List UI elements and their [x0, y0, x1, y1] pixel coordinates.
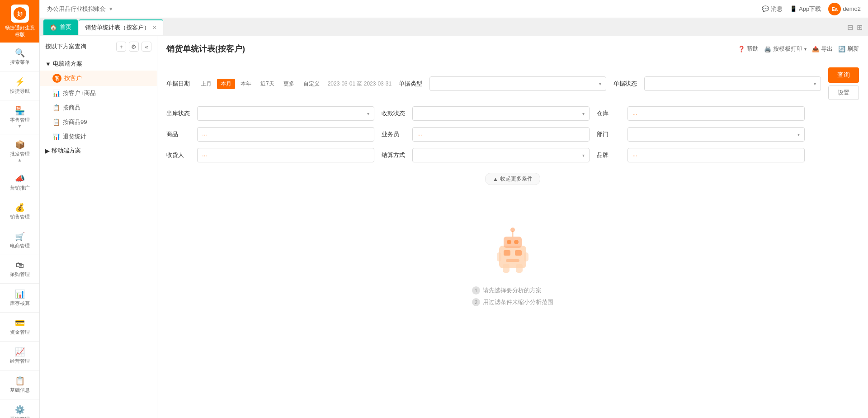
business-icon: 📈 — [15, 347, 25, 357]
mobile-label: 移动端方案 — [52, 147, 81, 155]
settings-button[interactable]: 设置 — [828, 86, 859, 100]
user-area[interactable]: Ea demo2 — [828, 3, 861, 15]
salesperson-input[interactable]: ··· — [412, 127, 590, 142]
settlement-input[interactable]: ▾ — [412, 148, 590, 162]
nav-search[interactable]: 🔍 搜索菜单 — [0, 43, 39, 71]
sidebar: 好 畅捷通好生意 标版 🔍 搜索菜单 ⚡ 快捷导航 🏪 零售管理 ▼ 📦 批发管… — [0, 0, 40, 418]
collapse-panel-btn[interactable]: « — [142, 42, 151, 52]
nav-wholesale[interactable]: 📦 批发管理 ▲ — [0, 134, 39, 168]
svg-text:好: 好 — [17, 11, 23, 17]
department-input[interactable]: ▾ — [627, 127, 805, 142]
nav-quicknav[interactable]: ⚡ 快捷导航 — [0, 71, 39, 100]
tree-parent-mobile[interactable]: ▶ 移动端方案 — [40, 144, 157, 157]
marketing-icon: 📣 — [15, 174, 25, 184]
print-label: 按模板打印 — [773, 45, 802, 53]
nav-purchase-label: 采购管理 — [10, 271, 30, 278]
tab-close-icon[interactable]: ✕ — [152, 24, 157, 31]
right-panel: 销货单统计表(按客户) ❓ 帮助 🖨️ 按模板打印 ▾ 📤 — [157, 36, 868, 418]
date-opt-more[interactable]: 更多 — [280, 79, 298, 89]
svg-rect-5 — [506, 259, 519, 262]
logo-subtitle: 标版 — [15, 31, 25, 38]
nav-business[interactable]: 📈 经营管理 — [0, 342, 39, 370]
nav-marketing[interactable]: 📣 营销推广 — [0, 168, 39, 197]
nav-ecommerce[interactable]: 🛒 电商管理 — [0, 226, 39, 255]
collapse-bar: ▲ 收起更多条件 — [166, 169, 859, 189]
export-icon: 📤 — [812, 46, 819, 52]
content-area: 按以下方案查询 + ⚙ « ▼ 电脑端方案 客 按客户 — [40, 36, 868, 418]
tree-child-by-customer[interactable]: 客 按客户 — [40, 71, 157, 86]
tab-sales-stat[interactable]: 销货单统计表（按客户） ✕ — [79, 19, 163, 35]
refresh-btn[interactable]: 🔄 刷新 — [838, 45, 859, 53]
inventory-icon: 📊 — [15, 289, 25, 299]
tree-parent-pc[interactable]: ▼ 电脑端方案 — [40, 57, 157, 71]
sales-icon: 💰 — [15, 203, 25, 213]
help-btn[interactable]: ❓ 帮助 — [738, 45, 759, 53]
print-btn[interactable]: 🖨️ 按模板打印 ▾ — [764, 45, 807, 53]
doc-type-input[interactable]: ▾ — [429, 76, 606, 91]
date-opt-this-year[interactable]: 本年 — [237, 79, 255, 89]
tree-child-return-stat[interactable]: 📊 退货统计 — [40, 129, 157, 144]
recipient-dots: ··· — [202, 152, 207, 159]
goods-filter: 商品 ··· — [166, 127, 374, 142]
tree-child-by-customer-goods[interactable]: 📊 按客户+商品 — [40, 86, 157, 100]
by-goods-icon: 📋 — [52, 104, 60, 111]
empty-tips: 1 请先选择要分析的方案 2 用过滤条件来缩小分析范围 — [472, 286, 553, 310]
collapse-label: 收起更多条件 — [500, 175, 533, 183]
payment-status-arrow: ▾ — [582, 111, 585, 116]
salesperson-label: 业务员 — [382, 130, 409, 138]
tab-home[interactable]: 🏠 首页 — [43, 19, 78, 35]
nav-inventory[interactable]: 📊 库存核算 — [0, 284, 39, 313]
add-scheme-btn[interactable]: + — [116, 42, 126, 52]
nav-sales[interactable]: 💰 销售管理 — [0, 197, 39, 226]
collapse-conditions-btn[interactable]: ▲ 收起更多条件 — [485, 173, 540, 185]
tab-maximize-icon[interactable]: ⊞ — [857, 23, 863, 32]
page-header: 销货单统计表(按客户) ❓ 帮助 🖨️ 按模板打印 ▾ 📤 — [157, 36, 868, 60]
query-button[interactable]: 查询 — [828, 67, 859, 83]
nav-retail[interactable]: 🏪 零售管理 ▼ — [0, 100, 39, 134]
recipient-input[interactable]: ··· — [197, 148, 374, 162]
settlement-arrow: ▾ — [582, 153, 585, 158]
recipient-filter: 收货人 ··· — [166, 148, 374, 162]
message-btn[interactable]: 💬 消息 — [762, 5, 783, 13]
topbar: 办公用品行业模拟账套 ▾ 💬 消息 📱 App下载 Ea demo2 — [40, 0, 868, 18]
page-title: 销货单统计表(按客户) — [166, 43, 245, 54]
goods-input[interactable]: ··· — [197, 127, 374, 142]
tree-child-by-goods-99[interactable]: 📋 按商品99 — [40, 115, 157, 129]
settings-scheme-btn[interactable]: ⚙ — [129, 42, 139, 52]
left-panel-title: 按以下方案查询 — [45, 43, 86, 51]
tabbar: 🏠 首页 销货单统计表（按客户） ✕ ⊟ ⊞ — [40, 18, 868, 36]
date-opt-this-month[interactable]: 本月 — [217, 79, 235, 89]
export-btn[interactable]: 📤 导出 — [812, 45, 833, 53]
by-customer-icon: 客 — [52, 74, 61, 83]
tab-sales-stat-label: 销货单统计表（按客户） — [85, 24, 150, 32]
warehouse-input[interactable]: ··· — [627, 106, 805, 121]
nav-base[interactable]: 📋 基础信息 — [0, 370, 39, 399]
payment-status-input[interactable]: ▾ — [412, 106, 590, 121]
nav-purchase[interactable]: 🛍 采购管理 — [0, 255, 39, 284]
mobile-expand-icon: ▶ — [45, 147, 50, 154]
brand-input[interactable]: ··· — [627, 148, 805, 162]
date-opt-custom[interactable]: 自定义 — [300, 79, 323, 89]
date-opt-7days[interactable]: 近7天 — [257, 79, 278, 89]
help-label: 帮助 — [747, 45, 759, 53]
by-customer-label: 按客户 — [64, 74, 82, 82]
refresh-label: 刷新 — [847, 45, 859, 53]
topbar-dropdown-icon[interactable]: ▾ — [109, 5, 113, 12]
left-panel: 按以下方案查询 + ⚙ « ▼ 电脑端方案 客 按客户 — [40, 36, 157, 418]
svg-point-12 — [514, 240, 519, 244]
filter-row-3: 商品 ··· 业务员 ··· 部门 — [166, 127, 859, 142]
doc-status-input[interactable]: ▾ — [644, 76, 821, 91]
app-download-btn[interactable]: 📱 App下载 — [790, 5, 821, 13]
pc-label: 电脑端方案 — [53, 60, 82, 68]
nav-finance[interactable]: 💳 资金管理 — [0, 313, 39, 342]
svg-rect-8 — [503, 264, 509, 273]
tree-child-by-goods[interactable]: 📋 按商品 — [40, 100, 157, 115]
nav-system[interactable]: ⚙️ 系统管理 — [0, 399, 39, 418]
out-status-input[interactable]: ▾ — [197, 106, 374, 121]
nav-business-label: 经营管理 — [10, 358, 30, 365]
salesperson-dots: ··· — [417, 131, 422, 138]
date-filter-item: 单据日期 上月 本月 本年 近7天 更多 自定义 2023-03-01 至 20… — [166, 79, 392, 89]
date-opt-last-month[interactable]: 上月 — [197, 79, 215, 89]
tip-text-1: 请先选择要分析的方案 — [483, 286, 542, 294]
tab-minimize-icon[interactable]: ⊟ — [847, 23, 853, 32]
